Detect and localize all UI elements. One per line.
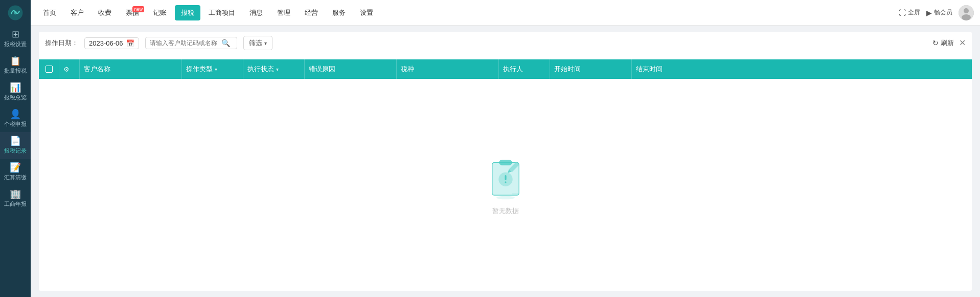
th-checkbox[interactable] [39, 59, 59, 79]
date-picker[interactable]: 2023-06-06 📅 [84, 37, 139, 49]
member-button[interactable]: ▶ 畅会员 [926, 8, 952, 17]
sidebar-item-baoshui-jilu[interactable]: 📄 报税记录 [0, 132, 31, 159]
nav-baoshui[interactable]: 报税 [175, 5, 200, 20]
close-button[interactable]: ✕ [959, 39, 966, 47]
nav-gongshang[interactable]: 工商项目 [202, 5, 241, 20]
sidebar-item-gongshang-nianbao[interactable]: 🏢 工商年报 [0, 185, 31, 212]
member-icon: ▶ [926, 9, 932, 17]
fullscreen-icon: ⛶ [899, 9, 906, 17]
empty-text: 暂无数据 [492, 206, 519, 216]
th-customer-name: 客户名称 [80, 59, 182, 79]
svg-rect-7 [499, 160, 512, 165]
content-area: 操作日期： 2023-06-06 📅 🔍 筛选 ▾ ↻ 刷新 [31, 26, 980, 297]
date-label: 操作日期： [45, 38, 78, 48]
toolbar-right: ↻ 刷新 ✕ [932, 38, 966, 48]
geshuishenqing-icon: 👤 [10, 110, 21, 119]
main-container: 首页 客户 收费 票据 new 记账 报税 工商项目 消息 管理 经营 服务 设… [31, 0, 980, 297]
th-error-reason: 错误原因 [305, 59, 397, 79]
toolbar: 操作日期： 2023-06-06 📅 🔍 筛选 ▾ ↻ 刷新 [39, 32, 972, 54]
select-all-checkbox[interactable] [45, 66, 53, 73]
refresh-button[interactable]: ↻ 刷新 [932, 38, 954, 48]
filter-button[interactable]: 筛选 ▾ [243, 36, 272, 50]
piliang-baoshui-icon: 📋 [10, 56, 21, 66]
date-value: 2023-06-06 [89, 39, 123, 47]
baoshui-jilu-icon: 📄 [10, 136, 21, 145]
calendar-icon: 📅 [126, 39, 134, 47]
navbar-right: ⛶ 全屏 ▶ 畅会员 [899, 5, 974, 20]
piaoju-badge: new [132, 6, 144, 13]
th-executor: 执行人 [499, 59, 550, 79]
sidebar-item-piliang-baoshui[interactable]: 📋 批量报税 [0, 52, 31, 79]
huisuan-jiaona-icon: 📝 [10, 163, 21, 172]
refresh-icon: ↻ [932, 39, 939, 47]
sidebar-item-huisuan-jiaona[interactable]: 📝 汇算清缴 [0, 159, 31, 185]
baoshui-zongjian-icon: 📊 [10, 83, 21, 92]
sidebar: ⊞ 报税设置 📋 批量报税 📊 报税总览 👤 个税申报 📄 报税记录 📝 汇算清… [0, 0, 31, 297]
search-box: 🔍 [145, 37, 237, 49]
search-input[interactable] [150, 39, 221, 47]
th-exec-status[interactable]: 执行状态 ▾ [243, 59, 305, 79]
nav-shoufei[interactable]: 收费 [92, 5, 118, 20]
table-body-empty: 暂无数据 [39, 79, 972, 291]
th-operation-type[interactable]: 操作类型 ▾ [182, 59, 243, 79]
navbar: 首页 客户 收费 票据 new 记账 报税 工商项目 消息 管理 经营 服务 设… [31, 0, 980, 26]
nav-jingying[interactable]: 经营 [299, 5, 324, 20]
table-panel: 操作日期： 2023-06-06 📅 🔍 筛选 ▾ ↻ 刷新 [39, 32, 972, 291]
nav-jizhang[interactable]: 记账 [147, 5, 173, 20]
nav-piaoju[interactable]: 票据 new [120, 5, 145, 20]
svg-point-13 [496, 196, 515, 200]
chevron-down-icon: ▾ [264, 40, 267, 46]
search-icon: 🔍 [221, 39, 230, 47]
nav-guanli[interactable]: 管理 [271, 5, 297, 20]
fullscreen-button[interactable]: ⛶ 全屏 [899, 8, 920, 17]
user-avatar[interactable] [959, 5, 974, 20]
sort-icon-operation-type: ▾ [215, 67, 217, 72]
baoshui-shezhi-icon: ⊞ [12, 30, 19, 39]
svg-point-4 [962, 14, 971, 20]
nav-home[interactable]: 首页 [37, 5, 62, 20]
table-header: ⚙ 客户名称 操作类型 ▾ 执行状态 ▾ 错误原因 税种 [39, 59, 972, 79]
settings-icon: ⚙ [63, 66, 70, 73]
th-settings[interactable]: ⚙ [59, 59, 80, 79]
nav-shezhi[interactable]: 设置 [354, 5, 379, 20]
nav-customer[interactable]: 客户 [64, 5, 90, 20]
nav-fuwu[interactable]: 服务 [326, 5, 352, 20]
th-end-time: 结束时间 [632, 59, 693, 79]
empty-state-illustration [483, 154, 529, 200]
svg-point-1 [14, 11, 17, 14]
app-logo [0, 0, 31, 26]
sidebar-item-baoshui-shezhi[interactable]: ⊞ 报税设置 [0, 26, 31, 52]
th-tax-type: 税种 [397, 59, 499, 79]
filter-label: 筛选 [249, 38, 262, 48]
gongshang-nianbao-icon: 🏢 [10, 189, 21, 199]
svg-point-11 [505, 181, 506, 183]
svg-rect-10 [505, 175, 506, 180]
svg-point-3 [964, 8, 969, 13]
nav-xiaoxi[interactable]: 消息 [243, 5, 269, 20]
sidebar-item-baoshui-zongjian[interactable]: 📊 报税总览 [0, 79, 31, 105]
sort-icon-exec-status: ▾ [276, 67, 279, 72]
th-start-time: 开始时间 [550, 59, 632, 79]
sidebar-item-geshuishenqing[interactable]: 👤 个税申报 [0, 105, 31, 132]
